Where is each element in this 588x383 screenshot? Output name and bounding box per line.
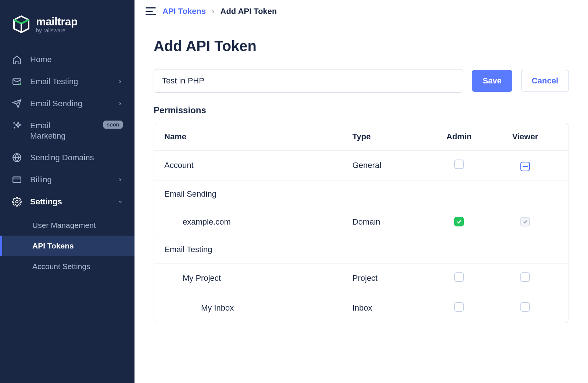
send-icon	[12, 99, 22, 109]
gear-icon	[12, 197, 22, 207]
token-name-input[interactable]	[154, 69, 463, 93]
permissions-heading: Permissions	[154, 105, 569, 115]
svg-point-3	[16, 201, 18, 203]
checkbox[interactable]	[454, 160, 464, 169]
chevron-right-icon	[118, 79, 123, 84]
breadcrumb-parent[interactable]: API Tokens	[162, 7, 206, 16]
col-admin: Admin	[426, 132, 492, 142]
breadcrumb: API Tokens › Add API Token	[162, 7, 277, 16]
permission-viewer-cell	[492, 302, 558, 314]
sidebar-item-home[interactable]: Home	[0, 49, 135, 71]
sidebar-item-settings[interactable]: Settings	[0, 191, 135, 213]
permission-row: example.com Domain	[154, 208, 569, 236]
checkbox[interactable]	[520, 162, 530, 171]
chevron-down-icon	[118, 199, 123, 204]
sidebar-item-label: Sending Domains	[30, 153, 94, 162]
sparkles-icon	[12, 121, 22, 131]
permission-name: Email Testing	[164, 245, 352, 254]
permission-row: Email Testing	[154, 236, 569, 264]
cancel-button[interactable]: Cancel	[521, 70, 569, 92]
permission-name: Email Sending	[164, 189, 352, 199]
col-viewer: Viewer	[492, 132, 558, 142]
sidebar-item-email-sending[interactable]: Email Sending	[0, 93, 135, 115]
chevron-right-icon	[118, 177, 123, 182]
permission-row: My Inbox Inbox	[154, 293, 569, 323]
permission-viewer-cell	[492, 217, 558, 227]
home-icon	[12, 54, 22, 65]
credit-card-icon	[12, 175, 22, 185]
save-button[interactable]: Save	[472, 70, 512, 92]
brand-logo[interactable]: mailtrap by railsware	[0, 10, 135, 49]
main-content: API Tokens › Add API Token Add API Token…	[135, 0, 588, 383]
permission-row: Email Sending	[154, 180, 569, 208]
permissions-table: Name Type Admin Viewer Account General E…	[154, 123, 569, 323]
checkbox[interactable]	[454, 302, 464, 312]
chevron-right-icon	[118, 101, 123, 106]
sidebar-item-label-line1: Email	[30, 121, 66, 131]
permission-name: My Inbox	[164, 303, 352, 313]
permission-viewer-cell	[492, 160, 558, 171]
token-form-row: Save Cancel	[154, 69, 569, 93]
brand-name: mailtrap	[36, 15, 78, 28]
permission-type: Domain	[352, 217, 426, 227]
permission-admin-cell	[426, 302, 492, 314]
sidebar: mailtrap by railsware Home Email Testing…	[0, 0, 135, 383]
permission-admin-cell	[426, 160, 492, 171]
sidebar-item-label: Settings	[30, 197, 62, 207]
permission-type: Inbox	[352, 303, 426, 313]
col-type: Type	[352, 132, 426, 142]
subnav-api-tokens[interactable]: API Tokens	[0, 236, 135, 256]
checkbox[interactable]	[454, 272, 464, 282]
primary-nav: Home Email Testing Email Sending Email M…	[0, 49, 135, 213]
checkbox[interactable]	[454, 217, 464, 226]
topbar: API Tokens › Add API Token	[135, 0, 588, 23]
sidebar-item-label-line2: Marketing	[30, 131, 66, 141]
permission-row: Account General	[154, 151, 569, 180]
permission-name: My Project	[164, 273, 352, 283]
brand-tagline: by railsware	[36, 27, 78, 33]
sidebar-item-sending-domains[interactable]: Sending Domains	[0, 147, 135, 169]
permission-name: Account	[164, 161, 352, 170]
permission-admin-cell	[426, 272, 492, 284]
col-name: Name	[164, 132, 352, 142]
breadcrumb-current: Add API Token	[220, 7, 277, 16]
sidebar-item-billing[interactable]: Billing	[0, 169, 135, 191]
checkbox	[520, 217, 530, 226]
sidebar-item-email-marketing[interactable]: Email Marketing soon	[0, 115, 135, 147]
subnav-account-settings[interactable]: Account Settings	[0, 256, 135, 277]
menu-toggle-icon[interactable]	[146, 7, 156, 15]
permission-admin-cell	[426, 217, 492, 227]
permission-row: My Project Project	[154, 264, 569, 293]
sidebar-item-label: Billing	[30, 175, 52, 185]
permission-name: example.com	[164, 217, 352, 227]
subnav-user-management[interactable]: User Management	[0, 215, 135, 236]
soon-badge: soon	[103, 121, 123, 129]
sidebar-item-email-testing[interactable]: Email Testing	[0, 71, 135, 93]
permission-type: Project	[352, 273, 426, 283]
permission-type: General	[352, 161, 426, 170]
checkbox[interactable]	[520, 272, 530, 282]
checkbox[interactable]	[520, 302, 530, 312]
breadcrumb-separator: ›	[212, 7, 214, 16]
page-title: Add API Token	[154, 38, 569, 54]
permission-viewer-cell	[492, 272, 558, 284]
sidebar-item-label: Email Testing	[30, 77, 78, 86]
sidebar-item-label: Home	[30, 55, 52, 64]
svg-rect-2	[13, 177, 21, 182]
sidebar-item-label: Email Sending	[30, 99, 82, 108]
envelope-check-icon	[12, 76, 22, 87]
mailtrap-logo-icon	[12, 15, 31, 34]
settings-subnav: User Management API Tokens Account Setti…	[0, 213, 135, 279]
permissions-header-row: Name Type Admin Viewer	[154, 123, 569, 151]
globe-icon	[12, 153, 22, 163]
